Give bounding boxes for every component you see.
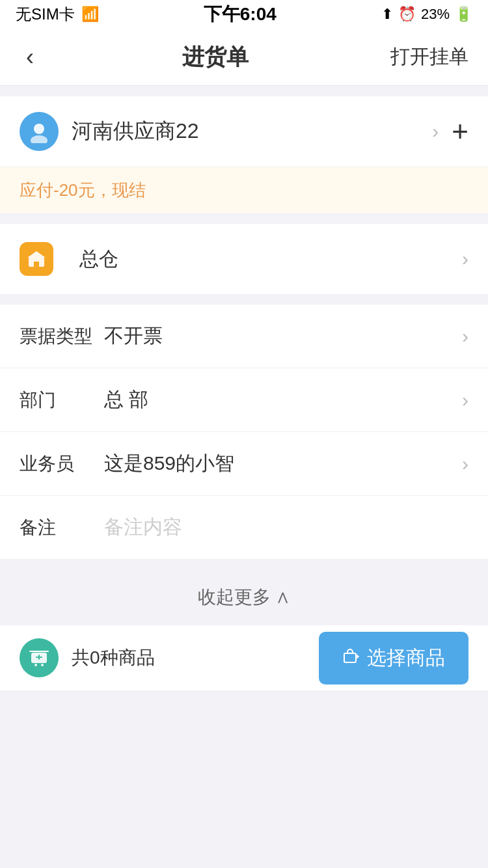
collapse-label: 收起更多 ∧ [198, 585, 291, 610]
remark-input[interactable]: 备注内容 [104, 514, 468, 541]
notice-bar: 应付-20元，现结 [0, 167, 488, 213]
supplier-name: 河南供应商22 [72, 117, 432, 146]
staff-row[interactable]: 业务员 这是859的小智 › [0, 432, 488, 496]
staff-chevron-icon: › [462, 453, 468, 475]
select-goods-label: 选择商品 [367, 645, 445, 671]
supplier-chevron-icon: › [432, 120, 439, 142]
carrier-label: 无SIM卡 [16, 4, 75, 25]
open-pending-button[interactable]: 打开挂单 [390, 44, 468, 70]
warehouse-name: 总仓 [79, 246, 462, 273]
wifi-icon: 📶 [81, 6, 99, 23]
department-label: 部门 [20, 388, 98, 413]
goods-icon [20, 638, 59, 677]
invoice-label: 票据类型 [20, 324, 98, 349]
warehouse-svg-icon [26, 249, 47, 269]
status-bar-right: ⬆ ⏰ 23% 🔋 [381, 6, 472, 23]
remark-label: 备注 [20, 515, 98, 540]
warehouse-card: 总仓 › [0, 224, 488, 294]
remark-row[interactable]: 备注 备注内容 [0, 496, 488, 559]
nav-bar: ‹ 进货单 打开挂单 [0, 29, 488, 86]
form-card: 票据类型 不开票 › 部门 总 部 › 业务员 这是859的小智 › 备注 备注… [0, 305, 488, 559]
battery-icon: 🔋 [455, 6, 472, 23]
status-bar: 无SIM卡 📶 下午6:04 ⬆ ⏰ 23% 🔋 [0, 0, 488, 29]
content-area: 河南供应商22 › + 应付-20元，现结 总仓 › 票据类型 不开票 [0, 96, 488, 690]
warehouse-chevron-icon: › [462, 248, 468, 270]
status-bar-time: 下午6:04 [204, 2, 277, 27]
department-row[interactable]: 部门 总 部 › [0, 368, 488, 432]
svg-point-1 [31, 135, 47, 143]
select-goods-icon [342, 649, 360, 667]
goods-cart-icon [27, 646, 51, 670]
svg-rect-8 [344, 653, 356, 662]
back-button[interactable]: ‹ [20, 37, 40, 77]
staff-value: 这是859的小智 [104, 450, 462, 477]
goods-count-label: 共0种商品 [72, 645, 319, 670]
invoice-row[interactable]: 票据类型 不开票 › [0, 305, 488, 368]
invoice-value: 不开票 [104, 323, 462, 349]
department-chevron-icon: › [462, 389, 468, 411]
invoice-chevron-icon: › [462, 325, 468, 347]
page-title: 进货单 [182, 42, 249, 72]
warehouse-icon [20, 242, 53, 276]
warehouse-row[interactable]: 总仓 › [0, 224, 488, 294]
supplier-add-button[interactable]: + [452, 115, 468, 148]
supplier-avatar [20, 112, 59, 151]
svg-marker-3 [27, 251, 46, 258]
svg-point-6 [34, 664, 37, 666]
bottom-bar: 共0种商品 选择商品 [0, 625, 488, 690]
svg-point-7 [41, 664, 44, 666]
supplier-card: 河南供应商22 › + 应付-20元，现结 [0, 96, 488, 213]
svg-point-0 [34, 124, 44, 134]
supplier-avatar-icon [27, 120, 51, 143]
notice-text: 应付-20元，现结 [20, 180, 146, 200]
location-icon: ⬆ [381, 6, 393, 23]
status-bar-left: 无SIM卡 📶 [16, 4, 99, 25]
battery-label: 23% [421, 6, 450, 23]
select-goods-button[interactable]: 选择商品 [319, 632, 468, 685]
collapse-row[interactable]: 收起更多 ∧ [0, 569, 488, 625]
staff-label: 业务员 [20, 452, 98, 476]
svg-rect-4 [34, 262, 39, 267]
alarm-icon: ⏰ [398, 6, 416, 23]
department-value: 总 部 [104, 387, 462, 413]
supplier-row[interactable]: 河南供应商22 › + [0, 96, 488, 167]
